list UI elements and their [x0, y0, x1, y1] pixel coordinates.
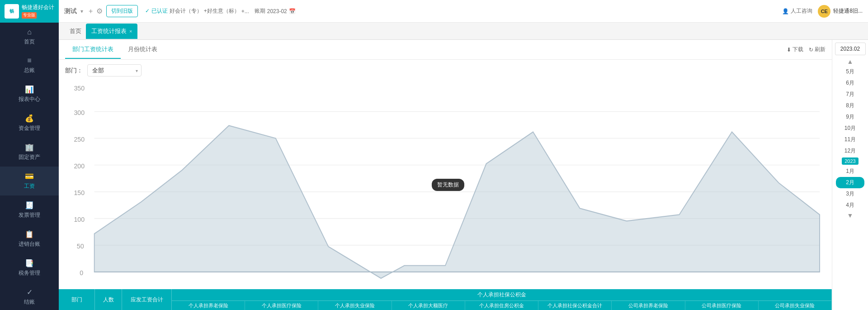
- home-icon: ⌂: [27, 28, 32, 36]
- sub-tabs: 部门工资统计表 月份统计表 ⬇ 下载 ↻ 刷新: [59, 40, 832, 60]
- svg-text:150: 150: [74, 189, 85, 196]
- download-icon: ⬇: [787, 47, 791, 53]
- page-main: 部门工资统计表 月份统计表 ⬇ 下载 ↻ 刷新: [59, 40, 832, 310]
- month-6[interactable]: 6月: [832, 77, 868, 89]
- page-content: 部门工资统计表 月份统计表 ⬇ 下载 ↻ 刷新: [59, 40, 868, 310]
- chart-area: 0 50 100 150 200 250 300 350: [59, 81, 832, 289]
- col-medical: 个人承担医疗保险: [245, 301, 318, 310]
- tab-home[interactable]: 首页: [65, 24, 86, 39]
- help-icon: 👤: [782, 8, 789, 14]
- svg-text:200: 200: [74, 162, 85, 170]
- user-name: 轻捷通8旧...: [833, 7, 863, 15]
- month-2-active[interactable]: 2月: [836, 177, 864, 188]
- refresh-btn[interactable]: ↻ 刷新: [809, 46, 826, 53]
- user-menu[interactable]: CE 轻捷通8旧...: [818, 5, 863, 18]
- reports-icon: 📊: [25, 85, 34, 94]
- good-account-status: 好会计（专）: [170, 7, 202, 15]
- col-company-pension: 公司承担养老保险: [612, 301, 685, 310]
- nav-down-icon[interactable]: ▼: [847, 211, 854, 220]
- svg-text:0: 0: [80, 269, 83, 277]
- more-status: +...: [241, 8, 249, 14]
- sidebar-item-tax[interactable]: 📑 税务管理: [0, 253, 59, 282]
- dropdown-arrow-icon[interactable]: ▾: [80, 8, 83, 14]
- salary-icon: 💳: [25, 172, 34, 181]
- month-3[interactable]: 3月: [832, 188, 868, 200]
- topbar-title: 测试: [64, 7, 77, 15]
- group-label: 个人承担社保公积金: [172, 289, 831, 301]
- month-11[interactable]: 11月: [832, 134, 868, 145]
- col-count: 人数: [95, 289, 122, 310]
- month-1[interactable]: 1月: [832, 166, 868, 177]
- month-5[interactable]: 5月: [832, 66, 868, 77]
- nav-up-icon[interactable]: ▲: [847, 57, 854, 66]
- col-unemployment: 个人承担失业保险: [318, 301, 392, 310]
- col-company-unemployment: 公司承担失业保险: [759, 301, 831, 310]
- assets-icon: 🏢: [25, 143, 34, 152]
- sidebar-item-invoice[interactable]: 🧾 发票管理: [0, 196, 59, 224]
- sidebar: 畅 畅捷通好会计 专业版 ⌂ 首页 ≡ 总账 📊 报表中心 💰 资金管理 🏢 固…: [0, 0, 59, 310]
- logo-text: 畅捷通好会计 专业版: [22, 4, 54, 18]
- col-total-fund: 个人承担社保公积金合计: [538, 301, 612, 310]
- col-pension: 个人承担养老保险: [172, 301, 245, 310]
- main-area: 测试 ▾ + ⚙ 切到旧版 ✓ 已认证 好会计（专） +好生意（标） +... …: [59, 0, 868, 310]
- col-salary: 应发工资合计: [122, 289, 172, 310]
- calendar-icon[interactable]: 📅: [289, 8, 296, 14]
- dept-select[interactable]: 全部 财务部 销售部 技术部: [87, 64, 142, 76]
- dept-label: 部门：: [65, 67, 83, 75]
- funds-icon: 💰: [25, 114, 34, 123]
- sidebar-item-settlement[interactable]: ✓ 结账: [0, 282, 59, 310]
- sidebar-item-salary[interactable]: 💳 工资: [0, 167, 59, 196]
- chart-fill: [94, 125, 820, 278]
- table-header-row: 部门 人数 应发工资合计 个人承担社保公积金 个人承担养老保险 个人承担医疗保险: [59, 289, 832, 310]
- sub-tab-dept[interactable]: 部门工资统计表: [65, 41, 121, 59]
- switch-to-old-btn[interactable]: 切到旧版: [106, 5, 138, 17]
- tab-close-icon[interactable]: ×: [129, 29, 132, 34]
- dept-select-wrapper: 全部 财务部 销售部 技术部 ▾: [87, 64, 142, 76]
- month-9[interactable]: 9月: [832, 111, 868, 123]
- sidebar-item-home[interactable]: ⌂ 首页: [0, 23, 59, 51]
- topbar: 测试 ▾ + ⚙ 切到旧版 ✓ 已认证 好会计（专） +好生意（标） +... …: [59, 0, 868, 23]
- download-btn[interactable]: ⬇ 下载: [787, 46, 803, 53]
- gear-icon[interactable]: ⚙: [96, 7, 103, 15]
- chart-container: 0 50 100 150 200 250 300 350: [65, 81, 826, 285]
- topbar-status: ✓ 已认证 好会计（专） +好生意（标） +...: [145, 7, 249, 15]
- avatar: CE: [818, 5, 830, 18]
- svg-text:300: 300: [74, 109, 85, 116]
- sub-tabs-right: ⬇ 下载 ↻ 刷新: [787, 46, 826, 53]
- certified-status: ✓ 已认证: [145, 7, 167, 15]
- svg-text:50: 50: [77, 242, 84, 250]
- col-company-medical: 公司承担医疗保险: [685, 301, 759, 310]
- sidebar-menu: ⌂ 首页 ≡ 总账 📊 报表中心 💰 资金管理 🏢 固定资产 💳 工资 🧾 发票…: [0, 23, 59, 310]
- month-12[interactable]: 12月: [832, 145, 868, 157]
- sub-tabs-left: 部门工资统计表 月份统计表: [65, 41, 165, 59]
- sales-icon: 📋: [25, 230, 34, 238]
- col-major-medical: 个人承担大额医疗: [392, 301, 465, 310]
- svg-text:350: 350: [74, 85, 85, 92]
- right-panel-date[interactable]: 2023.02: [835, 43, 866, 55]
- month-10[interactable]: 10月: [832, 123, 868, 134]
- sub-tab-month[interactable]: 月份统计表: [121, 41, 165, 59]
- sidebar-item-sales[interactable]: 📋 进销台账: [0, 224, 59, 253]
- topbar-right: 👤 人工咨询 CE 轻捷通8旧...: [782, 5, 863, 18]
- sidebar-item-funds[interactable]: 💰 资金管理: [0, 109, 59, 138]
- tax-icon: 📑: [25, 259, 34, 267]
- ledger-icon: ≡: [27, 57, 31, 65]
- sidebar-item-reports[interactable]: 📊 报表中心: [0, 80, 59, 109]
- add-icon[interactable]: +: [89, 7, 93, 15]
- month-7[interactable]: 7月: [832, 89, 868, 100]
- right-panel: 2023.02 ▲ 5月 6月 7月 8月 9月 10月 11月 12月 202…: [832, 40, 868, 310]
- filter-row: 部门： 全部 财务部 销售部 技术部 ▾: [59, 60, 832, 81]
- tab-salary-report[interactable]: 工资统计报表 ×: [86, 24, 137, 39]
- year-2023-badge[interactable]: 2023: [842, 157, 858, 165]
- month-8[interactable]: 8月: [832, 100, 868, 111]
- svg-text:250: 250: [74, 135, 85, 143]
- group-cells: 个人承担养老保险 个人承担医疗保险 个人承担失业保险 个人承担大额医疗 个人承担…: [172, 301, 831, 310]
- tabs-row: 首页 工资统计报表 ×: [59, 23, 868, 40]
- group-col-personal: 个人承担社保公积金 个人承担养老保险 个人承担医疗保险 个人承担失业保险 个人承…: [172, 289, 832, 310]
- col-housing-fund: 个人承担住房公积金: [465, 301, 538, 310]
- sidebar-item-ledger[interactable]: ≡ 总账: [0, 51, 59, 80]
- help-btn[interactable]: 👤 人工咨询: [782, 7, 812, 15]
- sidebar-item-assets[interactable]: 🏢 固定资产: [0, 138, 59, 167]
- sidebar-logo: 畅 畅捷通好会计 专业版: [0, 0, 59, 23]
- month-4[interactable]: 4月: [832, 200, 868, 211]
